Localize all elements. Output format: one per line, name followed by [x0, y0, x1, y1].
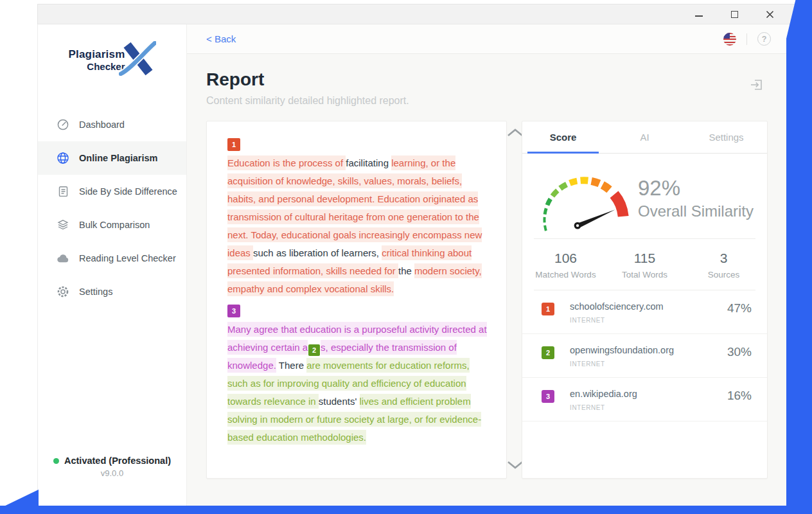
- help-button[interactable]: ?: [757, 32, 771, 46]
- stat-label: Matched Words: [526, 270, 605, 279]
- score-panel: Score AI Settings: [522, 121, 768, 479]
- window-titlebar: [37, 4, 812, 24]
- source-info: en.wikipedia.org INTERNET: [570, 389, 637, 411]
- source-info: openwingsfoundation.org INTERNET: [570, 345, 674, 368]
- maximize-button[interactable]: [730, 10, 739, 19]
- document-icon: [57, 185, 69, 198]
- highlighted-report-panel: 1 Education is the process of facilitati…: [206, 121, 507, 479]
- tab-score[interactable]: Score: [522, 121, 604, 153]
- logo-line1: Plagiarism: [69, 48, 125, 61]
- document-paragraph: 3 Many agree that education is a purpose…: [227, 305, 491, 447]
- document-content: 1 Education is the process of facilitati…: [207, 121, 506, 447]
- sidebar-item-dashboard[interactable]: Dashboard: [38, 108, 186, 141]
- main-content: < Back ? Report Content similarity detai…: [187, 24, 812, 506]
- source-percent: 30%: [727, 345, 752, 359]
- us-flag-icon[interactable]: [723, 33, 736, 46]
- tab-ai[interactable]: AI: [604, 121, 685, 153]
- source-2-marker-badge[interactable]: 2: [308, 344, 320, 356]
- sidebar-item-settings[interactable]: Settings: [38, 275, 186, 308]
- sources-list: 1 schoolofsciencery.com INTERNET 47% 2 o…: [522, 290, 767, 421]
- stat-label: Total Words: [605, 270, 684, 279]
- page-title: Report: [206, 69, 812, 90]
- source-number-badge: 1: [542, 303, 554, 315]
- source-row[interactable]: 1 schoolofsciencery.com INTERNET 47%: [522, 290, 767, 334]
- stat-sources: 3 Sources: [684, 251, 763, 279]
- logo-x-icon: [119, 41, 156, 76]
- matched-text-run: Education is the process of: [227, 155, 346, 170]
- text-run: students': [319, 394, 360, 409]
- activation-status: Activated (Professional) v9.0.0: [38, 456, 186, 478]
- app-window: Plagiarism Checker Dashboard Online Pl: [0, 0, 812, 514]
- stat-label: Sources: [684, 270, 763, 279]
- layers-icon: [57, 218, 69, 231]
- stats-row: 106 Matched Words 115 Total Words 3 Sour…: [522, 239, 767, 290]
- overall-similarity-label: Overall Similarity: [638, 202, 754, 220]
- app-logo-text: Plagiarism Checker: [69, 48, 125, 72]
- source-row[interactable]: 3 en.wikipedia.org INTERNET 16%: [522, 378, 767, 421]
- window-accent-bottom: [0, 506, 812, 514]
- close-icon: [766, 10, 774, 19]
- source-3-marker-badge[interactable]: 3: [227, 305, 240, 317]
- sidebar-item-label: Bulk Comparison: [79, 220, 150, 230]
- sidebar-item-label: Side By Side Difference: [79, 186, 177, 197]
- source-number-badge: 3: [542, 390, 554, 403]
- sidebar-item-side-by-side[interactable]: Side By Side Difference: [38, 175, 186, 208]
- source-percent: 47%: [727, 301, 752, 315]
- globe-icon: [57, 152, 69, 164]
- cloud-icon: [57, 252, 69, 265]
- sidebar-item-label: Settings: [79, 287, 112, 297]
- source-domain: openwingsfoundation.org: [570, 345, 674, 355]
- export-report-button[interactable]: [749, 77, 764, 93]
- sidebar-menu: Dashboard Online Plagiarism Side By Side…: [38, 108, 186, 308]
- score-panel-tabs: Score AI Settings: [522, 121, 767, 154]
- minimize-button[interactable]: [694, 10, 703, 19]
- text-run: the: [398, 263, 414, 278]
- text-run: facilitating: [346, 155, 391, 170]
- back-link[interactable]: < Back: [206, 33, 236, 44]
- overall-similarity-percent: 92%: [638, 176, 754, 200]
- export-icon: [749, 77, 764, 93]
- sidebar-item-bulk-comparison[interactable]: Bulk Comparison: [38, 208, 186, 242]
- text-run: There: [276, 358, 306, 373]
- content-header: < Back ?: [187, 24, 812, 54]
- source-row[interactable]: 2 openwingsfoundation.org INTERNET 30%: [522, 334, 767, 378]
- stat-matched-words: 106 Matched Words: [526, 251, 605, 279]
- activation-label: Activated (Professional): [64, 456, 171, 466]
- activation-dot-icon: [53, 458, 59, 464]
- gear-icon: [57, 285, 69, 298]
- text-run: such as liberation of learners,: [253, 245, 382, 260]
- logo-line2: Checker: [69, 61, 125, 72]
- stat-value: 115: [605, 251, 684, 266]
- stat-value: 106: [526, 251, 605, 266]
- source-domain: schoolofsciencery.com: [570, 301, 664, 312]
- source-kind: INTERNET: [570, 360, 674, 368]
- page-subtitle: Content similarity detailed highlighted …: [206, 95, 812, 107]
- source-number-badge: 2: [542, 346, 554, 359]
- maximize-icon: [731, 11, 738, 18]
- source-domain: en.wikipedia.org: [570, 389, 637, 399]
- source-kind: INTERNET: [570, 404, 637, 411]
- source-percent: 16%: [727, 389, 752, 403]
- app-logo: Plagiarism Checker: [38, 24, 186, 82]
- report-header: Report Content similarity detailed highl…: [187, 54, 812, 107]
- close-button[interactable]: [765, 10, 774, 19]
- minimize-icon: [695, 15, 703, 17]
- app-version: v9.0.0: [38, 468, 186, 478]
- sidebar-item-label: Reading Level Checker: [79, 253, 176, 263]
- tab-settings[interactable]: Settings: [685, 121, 767, 153]
- window-accent-corner: [0, 490, 39, 508]
- speedometer-icon: [57, 118, 69, 131]
- sidebar-item-online-plagiarism[interactable]: Online Plagiarism: [38, 141, 186, 175]
- document-text: Many agree that education is a purposefu…: [227, 321, 492, 447]
- overall-similarity-section: 92% Overall Similarity: [522, 154, 767, 238]
- source-info: schoolofsciencery.com INTERNET: [570, 301, 664, 324]
- stat-value: 3: [684, 251, 763, 266]
- sidebar-item-reading-level[interactable]: Reading Level Checker: [38, 242, 186, 275]
- source-1-marker-badge[interactable]: 1: [227, 138, 240, 151]
- document-text: Education is the process of facilitating…: [227, 154, 492, 298]
- sidebar-item-label: Online Plagiarism: [79, 153, 158, 163]
- document-paragraph: 1 Education is the process of facilitati…: [227, 138, 491, 298]
- similarity-gauge: [533, 161, 630, 235]
- sidebar: Plagiarism Checker Dashboard Online Pl: [37, 24, 187, 506]
- matched-text-run: learning, or the acquisition of knowledg…: [227, 155, 482, 260]
